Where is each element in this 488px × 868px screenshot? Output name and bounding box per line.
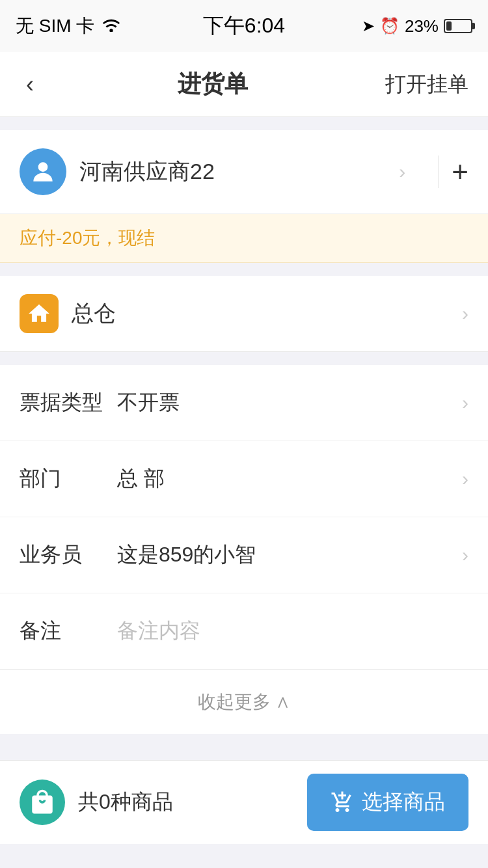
warehouse-chevron-icon: › <box>462 303 468 325</box>
location-icon: ➤ <box>362 17 375 35</box>
department-chevron-icon: › <box>462 468 468 490</box>
invoice-type-row[interactable]: 票据类型 不开票 › <box>0 365 488 441</box>
vertical-divider <box>438 156 439 188</box>
warning-banner: 应付-20元，现结 <box>0 214 488 263</box>
page-footer <box>0 844 488 868</box>
supplier-chevron-icon: › <box>399 161 405 183</box>
warehouse-card: 总仓 › <box>0 276 488 352</box>
battery-icon <box>444 19 472 33</box>
status-bar: 无 SIM 卡 下午6:04 ➤ ⏰ 23% <box>0 0 488 52</box>
collapse-label: 收起更多 ∧ <box>198 690 291 714</box>
warehouse-row[interactable]: 总仓 › <box>0 276 488 352</box>
battery-percentage: 23% <box>405 16 439 36</box>
open-pending-button[interactable]: 打开挂单 <box>385 70 468 99</box>
collapse-button[interactable]: 收起更多 ∧ <box>0 670 488 734</box>
nav-bar: ‹ 进货单 打开挂单 <box>0 52 488 117</box>
supplier-name: 河南供应商22 <box>79 157 399 187</box>
salesperson-label: 业务员 <box>20 541 104 569</box>
remark-label: 备注 <box>20 617 104 645</box>
invoice-type-value: 不开票 <box>104 388 462 417</box>
select-product-button[interactable]: 选择商品 <box>307 774 468 831</box>
supplier-avatar <box>20 148 66 195</box>
department-row[interactable]: 部门 总 部 › <box>0 441 488 517</box>
product-icon <box>20 780 65 825</box>
status-right: ➤ ⏰ 23% <box>362 16 472 36</box>
divider-3 <box>0 352 488 365</box>
invoice-type-label: 票据类型 <box>20 388 104 417</box>
svg-point-0 <box>38 162 48 172</box>
carrier-label: 无 SIM 卡 <box>16 14 94 38</box>
form-section: 票据类型 不开票 › 部门 总 部 › 业务员 这是859的小智 › 备注 备注… <box>0 365 488 734</box>
invoice-type-chevron-icon: › <box>462 392 468 414</box>
status-left: 无 SIM 卡 <box>16 14 122 38</box>
salesperson-value: 这是859的小智 <box>104 541 462 569</box>
department-value: 总 部 <box>104 465 462 493</box>
salesperson-chevron-icon: › <box>462 544 468 566</box>
status-time: 下午6:04 <box>203 12 285 40</box>
salesperson-row[interactable]: 业务员 这是859的小智 › <box>0 517 488 593</box>
warning-text: 应付-20元，现结 <box>20 228 155 248</box>
select-product-label: 选择商品 <box>362 788 445 817</box>
remark-input[interactable]: 备注内容 <box>104 617 468 645</box>
wifi-icon <box>101 16 122 36</box>
top-divider <box>0 117 488 130</box>
page-title: 进货单 <box>178 68 248 100</box>
supplier-row[interactable]: 河南供应商22 › + <box>0 130 488 214</box>
bottom-bar: 共0种商品 选择商品 <box>0 760 488 844</box>
divider-2 <box>0 263 488 276</box>
divider-4 <box>0 734 488 747</box>
department-label: 部门 <box>20 465 104 493</box>
product-count-label: 共0种商品 <box>78 788 307 817</box>
add-supplier-button[interactable]: + <box>452 157 468 186</box>
alarm-icon: ⏰ <box>380 17 400 35</box>
warehouse-name: 总仓 <box>72 299 462 329</box>
supplier-card: 河南供应商22 › + 应付-20元，现结 <box>0 130 488 263</box>
back-button[interactable]: ‹ <box>20 64 40 105</box>
remark-row[interactable]: 备注 备注内容 <box>0 593 488 670</box>
warehouse-icon <box>20 294 59 333</box>
